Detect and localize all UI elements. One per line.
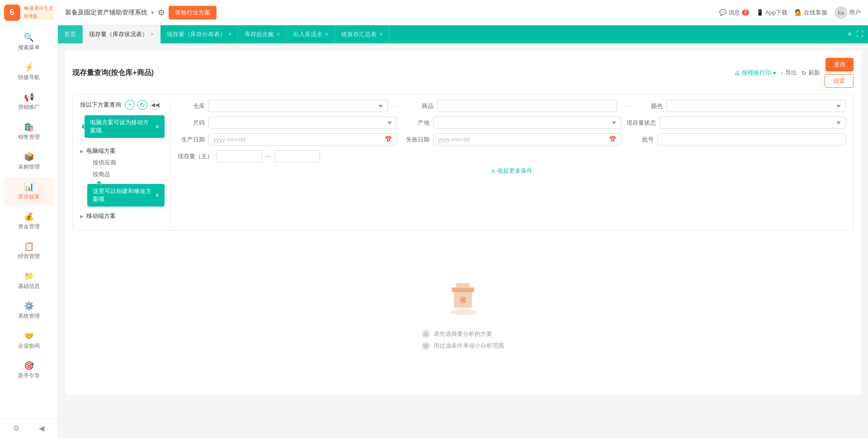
topbar-dropdown-icon[interactable]: ▾ bbox=[151, 9, 154, 16]
tab-close-receive-summary[interactable]: × bbox=[379, 31, 382, 38]
sidebar-settings-icon[interactable]: ⚙ bbox=[13, 424, 19, 433]
tooltip-2-close[interactable]: × bbox=[156, 192, 159, 199]
svg-point-0 bbox=[449, 310, 476, 315]
finance-icon: 💰 bbox=[24, 212, 34, 221]
tab-receive-summary[interactable]: 收发存汇总表 × bbox=[335, 25, 389, 43]
dots-2-btn[interactable]: ··· bbox=[624, 102, 630, 110]
tab-inventory-status[interactable]: 现存量（库存状况表） × bbox=[83, 25, 160, 43]
scheme-item-supplier[interactable]: 按供应商 bbox=[80, 157, 165, 169]
tab-close-inventory-status[interactable]: × bbox=[151, 31, 154, 38]
scheme-item-goods[interactable]: 按商品 bbox=[80, 169, 165, 180]
inventory-status-select[interactable] bbox=[660, 117, 846, 129]
inventory-max-input[interactable] bbox=[275, 150, 320, 162]
sidebar-item-finance[interactable]: 💰 资金管理 bbox=[4, 207, 54, 235]
setting-btn[interactable]: 设置 bbox=[825, 74, 854, 88]
inventory-amount-label: 现存量（主） bbox=[178, 152, 213, 160]
warehouse-select[interactable] bbox=[208, 100, 388, 112]
produce-date-input[interactable]: yyyy-mm-dd 📅 bbox=[208, 133, 397, 146]
tab-close-batch-account[interactable]: × bbox=[277, 31, 280, 38]
sidebar-item-search-menu[interactable]: 🔍 搜索菜单 bbox=[4, 28, 54, 56]
scheme-list: ▶ 电脑端方案 按供应商 按商品 这里可以创建和修改方案哦 × bbox=[80, 145, 165, 222]
export-btn[interactable]: ↑ 导出 bbox=[781, 69, 797, 77]
origin-label: 产地 bbox=[402, 119, 429, 127]
refresh-scheme-btn[interactable]: ↻ bbox=[137, 100, 147, 110]
sidebar-item-purchase[interactable]: 📦 采购管理 bbox=[4, 147, 54, 175]
print-btn[interactable]: 🖨 按模板打印 ▾ bbox=[734, 69, 776, 77]
inventory-dash: — bbox=[265, 153, 271, 160]
refresh-btn[interactable]: ↻ 刷新 bbox=[802, 69, 820, 77]
calendar-icon-2: 📅 bbox=[609, 136, 616, 143]
inventory-min-input[interactable] bbox=[217, 150, 262, 162]
filter-row-3: 生产日期 yyyy-mm-dd 📅 失效日期 yyyy-mm-dd 📅 bbox=[178, 133, 846, 146]
phone-icon: 📱 bbox=[756, 9, 764, 16]
refresh-icon: ↻ bbox=[802, 70, 807, 76]
online-service-btn[interactable]: 💁 在线客服 bbox=[795, 9, 827, 17]
goods-input[interactable] bbox=[437, 100, 617, 112]
user-avatar-text: Ea bbox=[838, 10, 844, 15]
message-icon: 💬 bbox=[719, 9, 726, 16]
sidebar-item-system[interactable]: ⚙️ 系统管理 bbox=[4, 297, 54, 325]
tab-inventory-dist[interactable]: 现存量（库存分布表） × bbox=[160, 25, 238, 43]
app-download-btn[interactable]: 📱 App下载 bbox=[756, 9, 788, 17]
origin-select[interactable] bbox=[433, 117, 622, 129]
collapse-more-btn[interactable]: ∧ 收起更多条件 bbox=[178, 167, 846, 175]
message-btn[interactable]: 💬 消息 8 bbox=[719, 9, 749, 17]
message-badge: 8 bbox=[742, 9, 749, 15]
sidebar-item-marketing[interactable]: 📢 营销推广 bbox=[4, 88, 54, 116]
dots-1-btn[interactable]: ··· bbox=[395, 102, 401, 110]
batch-no-input[interactable] bbox=[657, 133, 846, 146]
sidebar-item-quick-nav[interactable]: ⚡ 快捷导航 bbox=[4, 58, 54, 86]
warehouse-field: 仓库 bbox=[178, 100, 388, 112]
scheme-group-mobile-header[interactable]: ▶ 移动端方案 bbox=[80, 210, 165, 222]
topbar-gear-icon[interactable]: ⚙ bbox=[158, 8, 165, 18]
sidebar-item-label: 搜索菜单 bbox=[18, 44, 40, 52]
chevron-up-icon: ∧ bbox=[491, 168, 495, 174]
app-download-label: App下载 bbox=[765, 9, 788, 17]
color-select[interactable] bbox=[666, 100, 846, 112]
sidebar-item-label: 企业协同 bbox=[18, 342, 40, 350]
sidebar-item-sales[interactable]: 🛍️ 销售管理 bbox=[4, 118, 54, 146]
sidebar-item-label: 系统管理 bbox=[18, 312, 40, 320]
tab-close-inout-flow[interactable]: × bbox=[325, 31, 328, 38]
tab-home[interactable]: 首页 bbox=[58, 25, 83, 43]
inventory-range: — bbox=[217, 150, 320, 162]
collapse-more-label: 收起更多条件 bbox=[497, 167, 533, 175]
sidebar-collapse-icon[interactable]: ◀ bbox=[39, 424, 44, 433]
industry-btn[interactable]: 体验行业方案 bbox=[169, 6, 217, 19]
topbar-left: 装备及固定资产辅助管理系统 ▾ ⚙ 体验行业方案 bbox=[65, 6, 217, 19]
content-card: 现存量查询(按仓库+商品) 🖨 按模板打印 ▾ ↑ 导出 ↻ 刷新 查询 设置 bbox=[65, 51, 861, 395]
tab-batch-account[interactable]: 库存批次账 × bbox=[238, 25, 287, 43]
logo-title: 畅通通好生意 bbox=[24, 5, 54, 11]
tab-inout-flow[interactable]: 出入库流水 × bbox=[287, 25, 335, 43]
add-scheme-btn[interactable]: + bbox=[125, 100, 135, 110]
tab-close-all-icon[interactable]: × bbox=[848, 30, 852, 38]
svg-rect-3 bbox=[456, 283, 470, 288]
logo-icon: 6 bbox=[4, 5, 20, 21]
topbar: 装备及固定资产辅助管理系统 ▾ ⚙ 体验行业方案 💬 消息 8 📱 App下载 … bbox=[58, 0, 868, 25]
tab-fullscreen-icon[interactable]: ⛶ bbox=[856, 30, 863, 38]
export-icon: ↑ bbox=[781, 70, 784, 76]
tooltip-1-close[interactable]: × bbox=[156, 123, 159, 130]
expire-date-input[interactable]: yyyy-mm-dd 📅 bbox=[433, 133, 622, 146]
empty-icon bbox=[440, 274, 486, 319]
sidebar-item-label: 经营管理 bbox=[18, 253, 40, 260]
sidebar-item-inventory[interactable]: 📊 库存核算 bbox=[4, 177, 54, 205]
size-select[interactable] bbox=[208, 117, 397, 129]
sidebar-item-guide[interactable]: 🎯 新手引导 bbox=[4, 356, 54, 384]
sidebar-item-operation[interactable]: 📋 经营管理 bbox=[4, 237, 54, 265]
back-scheme-btn[interactable]: ◀◀ bbox=[150, 100, 160, 110]
goods-field: 商品 bbox=[406, 100, 617, 112]
tab-inventory-dist-label: 现存量（库存分布表） bbox=[167, 30, 226, 38]
tab-close-inventory-dist[interactable]: × bbox=[228, 31, 231, 38]
sidebar-item-label: 销售管理 bbox=[18, 133, 40, 141]
quick-nav-icon: ⚡ bbox=[24, 62, 34, 72]
scheme-group-mobile: ▶ 移动端方案 bbox=[80, 210, 165, 222]
sidebar-item-basic-info[interactable]: 📁 基础信息 bbox=[4, 267, 54, 295]
online-service-label: 在线客服 bbox=[804, 9, 827, 17]
empty-state: ① 请先选择要分析的方案 ② 用过滤条件来缩小分析范围 bbox=[72, 238, 854, 388]
search-main-btn[interactable]: 查询 bbox=[826, 58, 854, 71]
sidebar-item-enterprise[interactable]: 🤝 企业协同 bbox=[4, 326, 54, 354]
filter-row-4: 现存量（主） — bbox=[178, 150, 846, 162]
scheme-group-pc-header[interactable]: ▶ 电脑端方案 bbox=[80, 145, 165, 157]
user-btn[interactable]: Ea 用户 bbox=[835, 6, 861, 19]
